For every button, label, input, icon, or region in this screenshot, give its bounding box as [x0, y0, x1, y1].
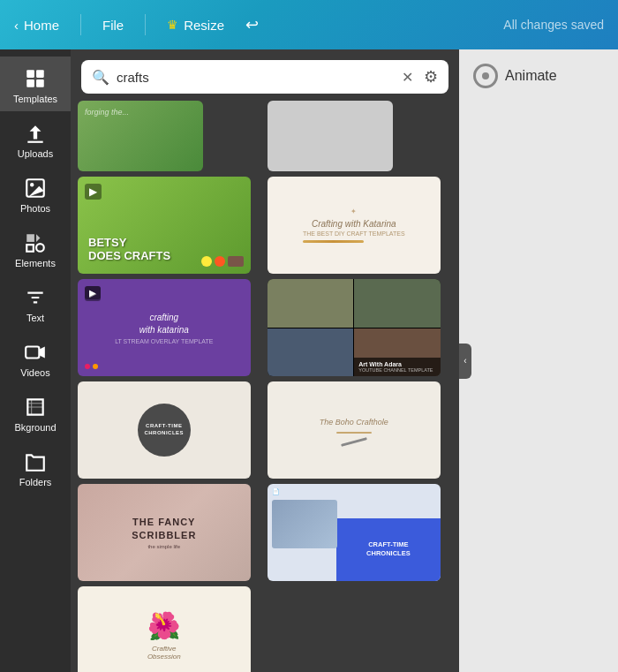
svg-rect-0 [26, 70, 34, 78]
card-title: Crafting with Katarina [303, 219, 405, 229]
list-item[interactable]: THE FANCYSCRIBBLER the simple life [78, 484, 251, 581]
list-item[interactable]: ✦ Crafting with Katarina THE BEST DIY CR… [268, 177, 441, 274]
main-layout: Templates Uploads Photos Elem [0, 49, 618, 672]
search-icon: 🔍 [92, 69, 109, 86]
animate-button[interactable]: Animate [473, 64, 557, 88]
template-grid: forging the... BETSYDOES CRAFTS ✦ Crafti… [71, 101, 459, 672]
elements-icon [24, 231, 47, 254]
chevron-left-icon: ‹ [14, 18, 19, 33]
list-item[interactable]: BETSYDOES CRAFTS [78, 177, 251, 274]
list-item[interactable]: 🌺 CraftiveObsession [78, 586, 251, 672]
videos-label: Videos [20, 367, 49, 378]
card-subtitle: THE BEST DIY CRAFT TEMPLATES [303, 230, 405, 237]
sidebar-item-templates[interactable]: Templates [0, 57, 71, 111]
svg-rect-4 [27, 141, 42, 143]
collapse-panel-button[interactable]: ‹ [459, 344, 471, 379]
folder-icon [24, 450, 47, 473]
video-icon [24, 341, 47, 364]
search-input[interactable]: crafts [117, 70, 395, 85]
list-item[interactable]: The Boho Crafthole [268, 381, 441, 479]
photos-label: Photos [20, 203, 50, 214]
home-label: Home [24, 18, 59, 33]
card-subtitle: YOUTUBE CHANNEL TEMPLATE [358, 367, 435, 373]
undo-button[interactable]: ↩ [245, 15, 259, 34]
text-label: Text [26, 313, 44, 323]
card-title: THE FANCYSCRIBBLER [132, 516, 196, 541]
templates-label: Templates [13, 94, 57, 104]
sidebar-item-videos[interactable]: Videos [0, 330, 71, 385]
list-item[interactable]: Art With Adara YOUTUBE CHANNEL TEMPLATE [268, 279, 441, 376]
sidebar-item-text[interactable]: Text [0, 276, 71, 330]
topbar-divider [80, 14, 81, 35]
card-title: CraftiveObsession [147, 645, 181, 661]
background-icon [24, 396, 47, 419]
sidebar: Templates Uploads Photos Elem [0, 49, 71, 672]
clear-search-icon[interactable]: ✕ [402, 69, 413, 86]
topbar: ‹ Home File ♛ Resize ↩ All changes saved [0, 0, 618, 49]
card-title: BETSYDOES CRAFTS [88, 236, 170, 263]
svg-point-6 [30, 183, 34, 186]
card-title: CRAFT-TIMECHRONICLES [144, 423, 184, 437]
list-item[interactable]: forging the... [78, 101, 203, 171]
templates-icon [24, 67, 47, 90]
sidebar-item-uploads[interactable]: Uploads [0, 111, 71, 166]
sidebar-item-elements[interactable]: Elements [0, 221, 71, 276]
svg-point-7 [36, 244, 44, 252]
elements-label: Elements [15, 258, 56, 268]
filter-icon[interactable]: ⚙ [424, 67, 438, 87]
sidebar-item-photos[interactable]: Photos [0, 166, 71, 221]
svg-rect-9 [26, 347, 39, 359]
card-subtitle: the simple life [147, 544, 180, 549]
card-title: Art With Adara [358, 361, 435, 367]
right-panel: Animate [459, 49, 618, 672]
svg-rect-1 [36, 70, 44, 78]
flower-icon: 🌺 [147, 610, 180, 641]
sidebar-item-background[interactable]: Bkground [0, 385, 71, 440]
resize-button[interactable]: ♛ Resize [167, 18, 224, 33]
list-item[interactable]: 📄 CRAFT-TIMECHRONICLES [268, 484, 441, 581]
list-item[interactable]: CRAFT-TIMECHRONICLES [78, 381, 251, 479]
text-icon [24, 286, 47, 309]
upload-icon [24, 122, 47, 145]
svg-rect-2 [26, 79, 34, 87]
animate-icon [473, 64, 498, 88]
list-item[interactable]: ▶ craftingwith katarina LT STREAM OVERLA… [78, 279, 251, 376]
uploads-label: Uploads [18, 148, 53, 159]
list-item[interactable] [268, 101, 393, 171]
card-title: CRAFT-TIMECHRONICLES [366, 540, 411, 559]
file-label: File [102, 18, 124, 33]
crown-icon: ♛ [167, 18, 178, 32]
svg-rect-3 [36, 79, 44, 87]
background-label: Bkground [14, 422, 56, 433]
card-title: The Boho Crafthole [320, 417, 388, 428]
svg-rect-8 [26, 245, 34, 252]
sidebar-item-folders[interactable]: Folders [0, 440, 71, 495]
resize-label: Resize [184, 18, 224, 33]
saved-status: All changes saved [503, 18, 604, 32]
home-button[interactable]: ‹ Home [14, 18, 59, 33]
folders-label: Folders [19, 477, 52, 487]
animate-label: Animate [505, 68, 557, 84]
file-button[interactable]: File [102, 18, 124, 33]
search-bar: 🔍 crafts ✕ ⚙ [81, 60, 448, 94]
template-panel: 🔍 crafts ✕ ⚙ forging the... BETSYDOES CR… [71, 49, 459, 672]
photos-icon [24, 177, 47, 200]
topbar-divider-2 [145, 14, 146, 35]
